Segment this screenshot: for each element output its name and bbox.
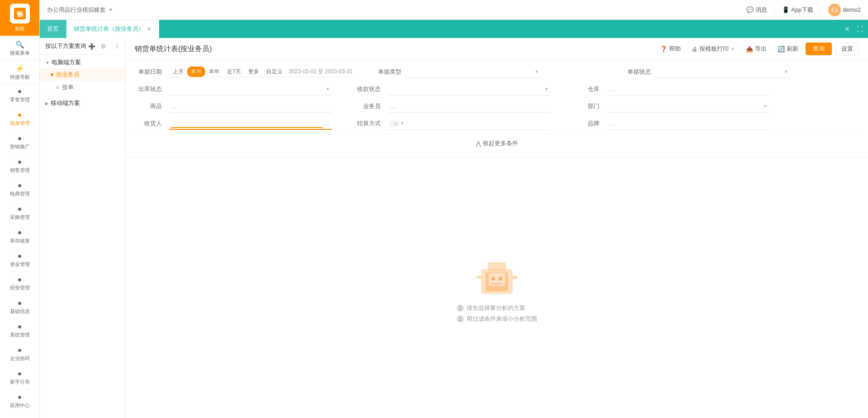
sidebar-item-icon: ● (18, 346, 22, 354)
doc-type-control[interactable]: ▼ (405, 66, 541, 78)
doc-type-label: 单据类型 (374, 68, 401, 76)
collapse-label: 收起更多条件 (483, 139, 518, 147)
date-btn-this-month[interactable]: 本月 (187, 66, 205, 77)
collapse-btn[interactable]: ⋀ 收起更多条件 (473, 137, 521, 150)
topbar-message-label: 消息 (755, 6, 767, 14)
topbar-user-btn[interactable]: Ea demo2 (828, 4, 861, 16)
empty-area: 1 请先选择要分析的方案 2 用过滤条件来缩小分析范围 (126, 158, 868, 418)
sidebar-item-label: 系统管理 (10, 332, 30, 338)
topbar-appdownload-btn[interactable]: 📱 App下载 (782, 6, 813, 14)
consignee-control[interactable]: ... (169, 117, 332, 130)
tab-home[interactable]: 首页 (40, 20, 66, 38)
sidebar-item-icon: ● (18, 228, 22, 237)
sidebar-item-wholesale[interactable]: ● 批发管理 (10, 107, 30, 131)
date-btn-last-month[interactable]: 上月 (169, 66, 187, 77)
warehouse-control[interactable]: ... (607, 83, 769, 95)
sidebar-item-inventory[interactable]: ● 库存核算 (10, 225, 30, 248)
help-btn[interactable]: ❓ 帮助 (656, 43, 684, 55)
refresh-label: 刷新 (787, 45, 798, 53)
date-btn-more[interactable]: 更多 (245, 66, 263, 77)
sidebar-quicknav-item[interactable]: ⚡ 快捷导航 (0, 61, 39, 84)
payment-status-control[interactable]: ▼ (388, 83, 551, 95)
query-btn[interactable]: 查询 (806, 43, 832, 55)
page-title: 销货单统计表(按业务员) (135, 44, 212, 54)
sidebar-item-newguide[interactable]: ● 新手引导 (10, 366, 30, 390)
sub-item-by-order[interactable]: ≡ 按单 (40, 81, 125, 94)
topbar-dropdown[interactable]: 办公用品行业模拟账套 ▼ (47, 6, 113, 14)
export-label: 导出 (755, 45, 767, 53)
help-label: 帮助 (669, 45, 681, 53)
topbar-dropdown-arrow-icon: ▼ (108, 7, 113, 12)
sidebar-item-system[interactable]: ● 系统管理 (10, 319, 30, 342)
tab-maximize-btn[interactable]: ⛶ (855, 24, 864, 33)
scheme-group-mobile-label: 移动端方案 (51, 99, 80, 107)
topbar-message-btn[interactable]: 💬 消息 (746, 6, 767, 14)
sidebar-item-icon: ● (18, 134, 22, 142)
sidebar-item-operation[interactable]: ● 经营管理 (10, 272, 30, 295)
sidebar: 畅 标账 🔍 搜索菜单 ⚡ 快捷导航 ● 零售管理 ● 批发管理 ● 营销推广 … (0, 0, 40, 418)
sidebar-item-label: 电商管理 (10, 190, 30, 197)
export-icon: 📤 (746, 46, 753, 52)
sidebar-item-ecommerce[interactable]: ● 电商管理 (10, 178, 30, 201)
export-btn[interactable]: 📤 导出 (742, 43, 770, 55)
left-panel-add-btn[interactable]: ➕ (87, 42, 96, 51)
sidebar-item-icon: ● (18, 276, 22, 284)
sidebar-item-sales[interactable]: ● 销售管理 (10, 154, 30, 178)
date-btn-this-year[interactable]: 本年 (205, 66, 223, 77)
topbar-divider-2 (821, 6, 821, 14)
scheme-item-by-salesperson[interactable]: 按业务员 (40, 68, 125, 81)
scheme-group-mobile: ▶ 移动端方案 (40, 95, 125, 111)
sidebar-item-marketing[interactable]: ● 营销推广 (10, 131, 30, 154)
sidebar-item-icon: ● (18, 393, 22, 401)
salesperson-control[interactable]: ... (388, 100, 551, 113)
template-print-btn[interactable]: 🖨 按模板打印 ▼ (688, 43, 739, 55)
sidebar-item-label: 批发管理 (10, 120, 30, 127)
left-panel-actions: ➕ ⚙ 《 (87, 42, 120, 51)
doc-status-control[interactable]: ▼ (655, 66, 790, 78)
svg-point-6 (491, 277, 495, 280)
tab-close-icon[interactable]: ✕ (147, 26, 151, 32)
consignee-input[interactable] (171, 119, 323, 128)
sidebar-item-finance[interactable]: ● 资金管理 (10, 248, 30, 272)
sidebar-item-appcenter[interactable]: ● 应用中心 (10, 390, 30, 413)
sidebar-item-label: 销售管理 (10, 167, 30, 174)
filter-row-1: 单据日期 上月 本月 本年 近7天 更多 自定义 2023-03-01 至 20… (135, 66, 859, 78)
tab-minimize-btn[interactable]: ✕ (843, 24, 852, 33)
sidebar-item-enterprise[interactable]: ● 企业协同 (10, 342, 30, 366)
sidebar-item-purchase[interactable]: ● 采购管理 (10, 201, 30, 225)
collapse-row: ⋀ 收起更多条件 (135, 134, 859, 152)
goods-control[interactable]: ... (169, 100, 332, 113)
refresh-icon: 🔄 (778, 46, 785, 52)
sidebar-search-label: 搜索菜单 (10, 50, 30, 57)
out-status-control[interactable]: ▼ (169, 83, 332, 95)
department-control[interactable]: ▼ (607, 100, 769, 113)
date-btn-custom[interactable]: 自定义 (263, 66, 286, 77)
left-panel-collapse-btn[interactable]: 《 (111, 42, 120, 51)
empty-content: 1 请先选择要分析的方案 2 用过滤条件来缩小分析范围 (457, 253, 537, 323)
left-panel-settings-btn[interactable]: ⚙ (99, 42, 108, 51)
date-btn-last-7days[interactable]: 近7天 (223, 66, 245, 77)
sidebar-item-label: 营销推广 (10, 143, 30, 150)
svg-point-7 (499, 277, 502, 280)
settings-btn[interactable]: 设置 (835, 43, 859, 55)
salesperson-label: 业务员 (354, 102, 381, 110)
sidebar-item-retail[interactable]: ● 零售管理 (10, 84, 30, 107)
settlement-control[interactable]: × ▼ (388, 117, 551, 130)
refresh-btn[interactable]: 🔄 刷新 (774, 43, 802, 55)
scheme-group-mobile-header[interactable]: ▶ 移动端方案 (40, 97, 125, 109)
tab-sales-stats[interactable]: 销货单统计表（按业务员） ✕ (66, 20, 159, 38)
sidebar-search-item[interactable]: 🔍 搜索菜单 (0, 36, 39, 61)
brand-control[interactable]: ... (607, 117, 769, 130)
sidebar-item-wechat[interactable]: ● 企业微信 (10, 413, 30, 418)
out-status-dropdown-icon: ▼ (326, 86, 330, 91)
scheme-group-pc: ▼ 电脑端方案 按业务员 ≡ 按单 (40, 55, 125, 95)
date-range-display: 2023-03-01 至 2023-03-31 (289, 68, 353, 76)
settlement-tag-close-btn[interactable]: × (394, 121, 397, 126)
scheme-group-pc-header[interactable]: ▼ 电脑端方案 (40, 57, 125, 68)
sidebar-item-icon: ● (18, 205, 22, 213)
sidebar-item-label: 企业协同 (10, 355, 30, 362)
empty-tip-2: 2 用过滤条件来缩小分析范围 (457, 315, 537, 323)
date-filter-group: 上月 本月 本年 近7天 更多 自定义 2023-03-01 至 2023-03… (169, 66, 353, 77)
sidebar-logo[interactable]: 畅 标账 (0, 0, 39, 36)
sidebar-item-basic[interactable]: ● 基础信息 (10, 295, 30, 319)
